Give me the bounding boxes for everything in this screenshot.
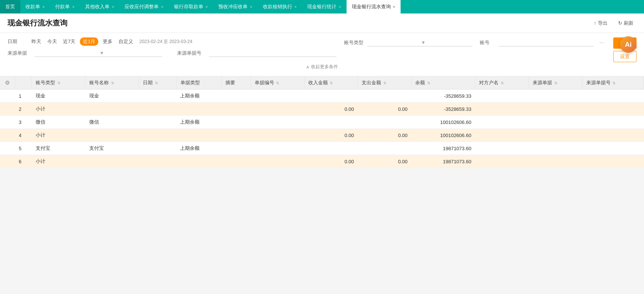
table-cell [358,116,411,129]
source-doc-select[interactable]: ▼ [35,49,162,57]
nav-item-verify-exec[interactable]: 收款核销执行 × [258,0,302,13]
table-cell [139,142,176,155]
nav-item-ar-ap-adjust-close[interactable]: × [161,4,163,9]
date-opt-custom[interactable]: 自定义 [117,37,135,46]
nav-item-receipt-close[interactable]: × [42,4,45,9]
nav-item-other-income[interactable]: 其他收入单 × [80,0,119,13]
collapse-icon: ∧ [306,64,309,70]
col-income[interactable]: 收入金额 ⇅ [304,76,358,90]
source-doc-no-input[interactable] [209,49,336,57]
col-balance-label: 余额 [415,80,425,85]
nav-item-payment[interactable]: 付款单 × [50,0,80,13]
table-cell: 2 [15,103,32,116]
table-cell: 微信 [86,116,139,129]
col-account-name[interactable]: 账号名称 ⇅ [86,76,139,90]
settings-button[interactable]: 设置 [613,51,636,62]
date-opt-more[interactable]: 更多 [101,37,114,46]
nav-item-pre-receipt-close[interactable]: × [250,4,252,9]
col-account-name-sort: ⇅ [111,81,114,85]
table-header-row: ⚙ 账号类型 ⇅ 账号名称 ⇅ 日期 ⇅ 单据类型 [0,76,644,90]
table-cell [528,142,582,155]
account-type-select[interactable]: ▼ [367,39,472,46]
export-button[interactable]: ↑ 导出 [591,18,611,28]
table-cell [251,90,304,103]
nav-item-cash-stats[interactable]: 现金银行统计 × [302,0,346,13]
gear-icon[interactable]: ⚙ [5,79,10,86]
col-source-doc[interactable]: 来源单据 ⇅ [528,76,582,90]
table-row[interactable]: 1现金现金上期余额-3528659.33 [0,90,644,103]
table-row[interactable]: 3微信微信上期余额100102606.60 [0,116,644,129]
table-cell [139,116,176,129]
nav-item-cash-flow-close[interactable]: × [393,4,395,9]
nav-item-verify-exec-close[interactable]: × [294,4,297,9]
table-cell [251,129,304,142]
date-opt-7days[interactable]: 近7天 [62,37,77,46]
table-cell [251,116,304,129]
table-cell [222,142,251,155]
col-date[interactable]: 日期 ⇅ [139,76,176,90]
table-cell [358,90,411,103]
account-input[interactable] [498,39,594,46]
col-account-type[interactable]: 账号类型 ⇅ [32,76,86,90]
table-row[interactable]: 6小计0.000.0019871073.60 [0,155,644,168]
collapse-bar[interactable]: ∧ 收起更多条件 [8,62,636,73]
table-body: 1现金现金上期余额-3528659.332小计0.000.00-3528659.… [0,90,644,168]
table-cell [0,116,15,129]
nav-item-cash-stats-close[interactable]: × [339,4,341,9]
nav-item-pre-receipt[interactable]: 预收冲应收单 × [213,0,257,13]
table-cell: 19871073.60 [411,142,475,155]
table-cell: 19871073.60 [411,155,475,168]
col-settings[interactable]: ⚙ [0,76,15,90]
col-doc-no[interactable]: 单据编号 ⇅ [251,76,304,90]
nav-item-bank-deposit-close[interactable]: × [206,4,208,9]
filter-account: 账号 ··· [480,39,606,46]
col-counterpart-label: 对方户名 [479,80,498,85]
nav-item-payment-close[interactable]: × [72,4,74,9]
account-more-btn[interactable]: ··· [598,39,606,46]
table-cell [222,116,251,129]
nav-item-bank-deposit[interactable]: 银行存取款单 × [169,0,213,13]
table-cell [475,90,529,103]
table-cell [86,129,139,142]
page-header: 现金银行流水查询 ↑ 导出 ↻ 刷新 [0,13,644,33]
ai-badge[interactable]: Ai [620,36,636,53]
col-expense[interactable]: 支出金额 ⇅ [358,76,411,90]
table-cell: 5 [15,142,32,155]
table-row[interactable]: 4小计0.000.00100102606.60 [0,129,644,142]
col-expense-sort: ⇅ [383,81,386,85]
table-cell: 小计 [32,129,86,142]
nav-item-other-income-close[interactable]: × [112,4,114,9]
table-container: ⚙ 账号类型 ⇅ 账号名称 ⇅ 日期 ⇅ 单据类型 [0,76,644,168]
col-date-sort: ⇅ [155,81,158,85]
nav-item-receipt[interactable]: 收款单 × [20,0,50,13]
filter-account-type: 账号类型 ▼ [344,39,472,46]
table-cell: 3 [15,116,32,129]
table-cell [582,116,644,129]
source-doc-chevron: ▼ [99,50,161,56]
table-cell [358,142,411,155]
table-cell: 0.00 [304,129,358,142]
table-cell [251,155,304,168]
collapse-label: 收起更多条件 [311,64,338,70]
date-opt-1month[interactable]: 近1月 [80,37,98,46]
col-counterpart[interactable]: 对方户名 ⇅ [475,76,529,90]
col-source-doc-no[interactable]: 来源单据号 ⇅ [582,76,644,90]
nav-item-ar-ap-adjust[interactable]: 应收应付调整单 × [119,0,168,13]
table-cell [139,129,176,142]
table-cell [222,129,251,142]
header-actions: ↑ 导出 ↻ 刷新 [591,18,637,28]
refresh-button[interactable]: ↻ 刷新 [615,18,636,28]
table-row[interactable]: 5支付宝支付宝上期余额19871073.60 [0,142,644,155]
date-opt-today[interactable]: 今天 [46,37,59,46]
table-cell: 上期余额 [176,90,221,103]
table-row[interactable]: 2小计0.000.00-3528659.33 [0,103,644,116]
nav-item-home[interactable]: 首页 [0,0,20,13]
account-label: 账号 [480,39,495,46]
date-opt-yesterday[interactable]: 昨天 [30,37,43,46]
col-doc-no-label: 单据编号 [255,80,274,85]
table-cell: 6 [15,155,32,168]
col-balance[interactable]: 余额 ⇅ [411,76,475,90]
table-cell: 现金 [86,90,139,103]
nav-item-cash-flow[interactable]: 现金银行流水查询 × [347,0,401,13]
col-source-doc-no-label: 来源单据号 [586,80,611,85]
